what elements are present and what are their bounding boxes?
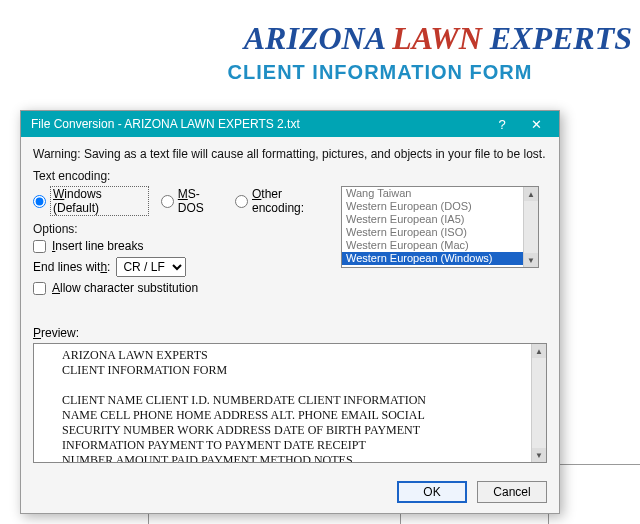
- radio-other-label: Other encoding:: [252, 187, 333, 215]
- insert-line-breaks-option[interactable]: Insert line breaks: [33, 239, 333, 253]
- text-encoding-label: Text encoding:: [33, 169, 547, 183]
- preview-line: CLIENT NAME CLIENT I.D. NUMBERDATE CLIEN…: [62, 393, 540, 408]
- dialog-title: File Conversion - ARIZONA LAWN EXPERTS 2…: [31, 117, 485, 131]
- preview-line: NUMBER AMOUNT PAID PAYMENT METHOD NOTES: [62, 453, 540, 463]
- doc-title-part1: ARIZONA: [244, 20, 392, 56]
- radio-other-input[interactable]: [235, 195, 248, 208]
- scroll-down-icon[interactable]: ▼: [532, 448, 546, 462]
- radio-windows-input[interactable]: [33, 195, 46, 208]
- preview-line: [62, 378, 540, 393]
- dialog-titlebar[interactable]: File Conversion - ARIZONA LAWN EXPERTS 2…: [21, 111, 559, 137]
- help-button[interactable]: ?: [485, 114, 519, 134]
- allow-substitution-checkbox[interactable]: [33, 282, 46, 295]
- radio-msdos[interactable]: MS-DOS: [161, 187, 223, 215]
- list-item[interactable]: Western European (ISO): [342, 226, 538, 239]
- preview-line: ARIZONA LAWN EXPERTS: [62, 348, 540, 363]
- encoding-radio-group: Windows (Default) MS-DOS Other encoding:: [33, 186, 333, 216]
- preview-scrollbar[interactable]: ▲ ▼: [531, 344, 546, 462]
- doc-title: ARIZONA LAWN EXPERTS: [0, 20, 640, 57]
- list-item[interactable]: Western European (IA5): [342, 213, 538, 226]
- dialog-buttons: OK Cancel: [21, 473, 559, 513]
- close-button[interactable]: ✕: [519, 114, 553, 134]
- radio-windows[interactable]: Windows (Default): [33, 186, 149, 216]
- allow-substitution-option[interactable]: Allow character substitution: [33, 281, 333, 295]
- radio-msdos-input[interactable]: [161, 195, 174, 208]
- insert-line-breaks-label: Insert line breaks: [52, 239, 143, 253]
- listbox-scrollbar[interactable]: ▲ ▼: [523, 187, 538, 267]
- options-label: Options:: [33, 222, 333, 236]
- file-conversion-dialog: File Conversion - ARIZONA LAWN EXPERTS 2…: [20, 110, 560, 514]
- preview-line: NAME CELL PHONE HOME ADDRESS ALT. PHONE …: [62, 408, 540, 423]
- warning-text: Warning: Saving as a text file will caus…: [33, 147, 547, 161]
- scroll-up-icon[interactable]: ▲: [532, 344, 546, 358]
- doc-title-part2: LAWN: [392, 20, 482, 56]
- ok-button[interactable]: OK: [397, 481, 467, 503]
- preview-label: Preview:: [33, 326, 547, 340]
- preview-box[interactable]: ARIZONA LAWN EXPERTS CLIENT INFORMATION …: [33, 343, 547, 463]
- cancel-button[interactable]: Cancel: [477, 481, 547, 503]
- encoding-listbox[interactable]: Wang Taiwan Western European (DOS) Weste…: [341, 186, 539, 268]
- radio-msdos-label: MS-DOS: [178, 187, 223, 215]
- end-lines-row: End lines with: CR / LF: [33, 257, 333, 277]
- scroll-down-icon[interactable]: ▼: [524, 253, 538, 267]
- list-item[interactable]: Wang Taiwan: [342, 187, 538, 200]
- preview-line: CLIENT INFORMATION FORM: [62, 363, 540, 378]
- radio-other[interactable]: Other encoding:: [235, 187, 333, 215]
- end-lines-label: End lines with:: [33, 260, 110, 274]
- list-item-selected[interactable]: Western European (Windows): [342, 252, 538, 265]
- insert-line-breaks-checkbox[interactable]: [33, 240, 46, 253]
- list-item[interactable]: Western European (Mac): [342, 239, 538, 252]
- allow-substitution-label: Allow character substitution: [52, 281, 198, 295]
- scroll-up-icon[interactable]: ▲: [524, 187, 538, 201]
- preview-line: SECURITY NUMBER WORK ADDRESS DATE OF BIR…: [62, 423, 540, 438]
- close-icon: ✕: [531, 117, 542, 132]
- list-item[interactable]: Western European (DOS): [342, 200, 538, 213]
- end-lines-select[interactable]: CR / LF: [116, 257, 186, 277]
- preview-line: INFORMATION PAYMENT TO PAYMENT DATE RECE…: [62, 438, 540, 453]
- doc-title-part3: EXPERTS: [482, 20, 632, 56]
- radio-windows-label: Windows (Default): [50, 186, 149, 216]
- doc-subtitle: CLIENT INFORMATION FORM: [0, 61, 640, 84]
- help-icon: ?: [498, 117, 505, 132]
